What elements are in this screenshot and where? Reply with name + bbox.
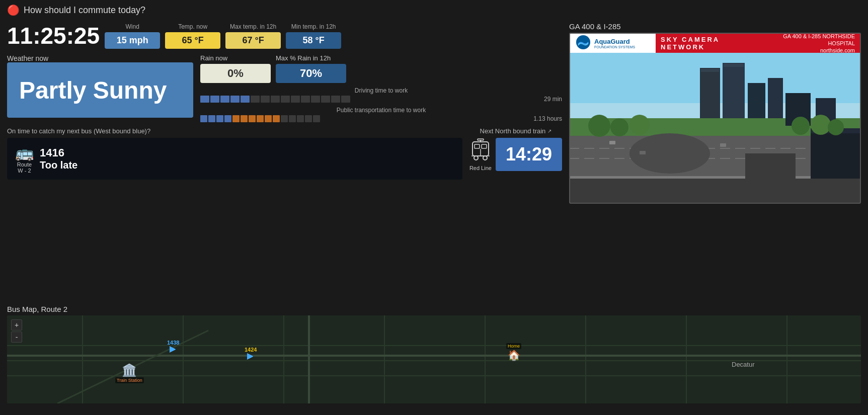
- camera-image-area: [570, 53, 860, 204]
- svg-rect-19: [723, 63, 745, 118]
- bus-1438-icon: ⯈: [169, 346, 177, 355]
- camera-frame: AquaGuard FOUNDATION SYSTEMS SKY CAMERA …: [569, 33, 861, 204]
- bus-icon: 🚌: [15, 144, 34, 161]
- camera-location-label: GA 400 & I-285: [569, 22, 861, 31]
- sky-camera-network-text: SKY CAMERA NETWORK: [661, 36, 761, 51]
- bus-route-name: W - 2: [18, 168, 31, 174]
- bus-route-label: Route: [17, 161, 32, 168]
- bar-seg: [321, 96, 330, 103]
- transit-bar-row: 1.13 hours: [200, 115, 562, 122]
- camera-logo-text: AquaGuard: [594, 38, 635, 45]
- camera-network-bar: SKY CAMERA NETWORK GA 400 & I-285 NORTHS…: [656, 34, 860, 53]
- map-section: Bus Map, Route 2 +: [0, 302, 868, 407]
- svg-rect-1: [475, 144, 480, 148]
- bar-seg: [200, 115, 207, 122]
- bus-info-box: 🚌 Route W - 2 1416 Too late: [7, 138, 462, 180]
- map-label: Bus Map, Route 2: [7, 305, 861, 313]
- app-header: 🔴 How should I commute today?: [0, 0, 868, 20]
- weather-condition: Partly Sunny: [7, 62, 193, 118]
- camera-logo-area: AquaGuard FOUNDATION SYSTEMS: [570, 34, 656, 53]
- wind-stat: Wind 15 mph: [105, 23, 160, 49]
- min-temp-label: Min temp. in 12h: [291, 23, 336, 30]
- bar-seg: [232, 115, 240, 122]
- bus-number: 1416: [40, 146, 77, 159]
- train-question: Next North bound train ↗: [480, 127, 552, 135]
- external-link-icon[interactable]: ↗: [547, 128, 551, 134]
- camera-location-sign: GA 400 & I-285 NORTHSIDE HOSPITAL: [761, 33, 855, 47]
- max-temp-value: 67 °F: [225, 32, 281, 49]
- svg-rect-24: [701, 69, 719, 72]
- bar-seg: [331, 96, 340, 103]
- max-rain-col: Max % Rain in 12h 70%: [276, 54, 346, 83]
- driving-bar-section: Driving time to work: [200, 87, 562, 103]
- train-station-marker: 🏛️ Train Station: [115, 363, 144, 383]
- svg-rect-34: [609, 141, 615, 144]
- bar-seg: [230, 96, 240, 103]
- weather-rain-row: Weather now Partly Sunny Rain now 0% Max…: [7, 54, 562, 122]
- bar-seg: [289, 115, 296, 122]
- svg-rect-25: [724, 64, 744, 67]
- rain-now-value: 0%: [200, 64, 271, 83]
- bar-seg: [208, 115, 215, 122]
- bar-seg: [271, 96, 280, 103]
- transit-bar-container: [200, 115, 526, 122]
- zoom-in-button[interactable]: +: [11, 319, 22, 330]
- svg-rect-37: [570, 179, 860, 204]
- train-station-icon: 🏛️: [122, 363, 137, 377]
- top-stats-row: 11:25:25 Wind 15 mph Temp. now 65 °F Max…: [7, 22, 562, 49]
- rain-progress-col: Rain now 0% Max % Rain in 12h 70% Drivin…: [200, 54, 562, 122]
- svg-rect-38: [7, 315, 861, 403]
- bar-seg: [273, 115, 280, 122]
- temp-now-value: 65 °F: [165, 32, 220, 49]
- bar-seg: [249, 115, 256, 122]
- bus-status: Too late: [40, 159, 77, 171]
- train-section: Next North bound train ↗: [469, 127, 562, 180]
- svg-point-32: [811, 115, 831, 135]
- driving-bar-container: [200, 96, 531, 103]
- bar-seg: [257, 115, 264, 122]
- driving-time: 29 min: [534, 96, 562, 103]
- decatur-label: Decatur: [732, 361, 755, 368]
- svg-point-33: [828, 119, 844, 135]
- home-marker: Home 🏠: [506, 343, 521, 361]
- wind-label: Wind: [125, 23, 139, 30]
- bar-seg: [297, 115, 304, 122]
- max-temp-label: Max temp. in 12h: [230, 23, 276, 30]
- svg-rect-26: [811, 128, 860, 179]
- bar-seg: [241, 96, 250, 103]
- train-display: Red Line 14:29: [469, 138, 562, 171]
- bar-seg: [265, 115, 272, 122]
- bus-icon-col: 🚌 Route W - 2: [15, 144, 34, 174]
- train-station-label: Train Station: [115, 377, 144, 383]
- home-icon: 🏠: [508, 349, 520, 361]
- transit-row: On time to catch my next bus (West bound…: [7, 127, 562, 180]
- transit-time: 1.13 hours: [529, 115, 562, 122]
- bar-seg: [291, 96, 300, 103]
- bar-seg: [281, 96, 290, 103]
- camera-aerial-svg: [570, 53, 860, 204]
- rain-section: Rain now 0% Max % Rain in 12h 70%: [200, 54, 562, 83]
- bus-status-col: 1416 Too late: [40, 146, 77, 171]
- svg-point-5: [483, 156, 487, 160]
- bar-seg: [301, 96, 310, 103]
- driving-bar-row: 29 min: [200, 96, 562, 103]
- camera-header-bar: AquaGuard FOUNDATION SYSTEMS SKY CAMERA …: [570, 34, 860, 53]
- bar-seg: [341, 96, 350, 103]
- max-rain-value: 70%: [276, 64, 346, 83]
- temp-now-label: Temp. now: [178, 23, 207, 30]
- svg-rect-2: [482, 144, 487, 148]
- bar-seg: [313, 115, 320, 122]
- bar-seg: [241, 115, 248, 122]
- wind-value: 15 mph: [105, 32, 160, 49]
- right-panel: GA 400 & I-285 AquaGuard FOUNDA: [569, 22, 861, 300]
- map-svg: [7, 315, 861, 403]
- bar-seg: [311, 96, 320, 103]
- weather-now-label: Weather now: [7, 54, 193, 62]
- bus-1438-number: 1438: [167, 340, 179, 346]
- bar-seg: [224, 115, 231, 122]
- bus-section: On time to catch my next bus (West bound…: [7, 127, 462, 180]
- driving-label: Driving time to work: [200, 87, 562, 94]
- bar-seg: [216, 115, 223, 122]
- zoom-out-button[interactable]: -: [11, 331, 22, 343]
- bus-1424-marker: 1424 ⯈: [245, 347, 257, 362]
